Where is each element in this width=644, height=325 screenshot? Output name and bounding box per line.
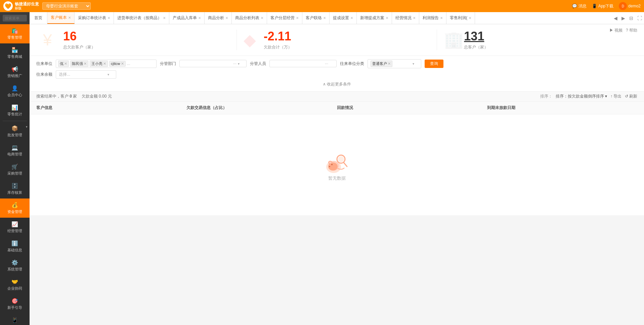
sidebar-item-basic-info[interactable]: ℹ️ 基础信息 — [0, 237, 30, 256]
sidebar-item-retail-mall[interactable]: 🏪 零售商城 — [0, 43, 30, 63]
unit-tag-2-remove[interactable]: ✕ — [103, 62, 106, 66]
tab-menu-btn[interactable]: ⊟ — [627, 15, 635, 21]
sidebar-item-retail-stats[interactable]: 📊 零售统计 — [0, 101, 30, 120]
tab-close-product-analysis-list[interactable]: ✕ — [261, 16, 263, 20]
balance-filter-label: 往来余额 — [36, 72, 52, 77]
svg-point-5 — [331, 164, 333, 165]
tab-nav-prev[interactable]: ◀ — [612, 15, 619, 21]
tab-customer-contact[interactable]: 客户联络 ✕ — [302, 12, 330, 24]
sidebar-item-operations[interactable]: 📈 经营管理 — [0, 218, 30, 237]
sidebar-item-retail-mgmt[interactable]: 🛍️ 零售管理 — [0, 24, 30, 43]
unit-category-select[interactable]: 普通客户 ✕ ▾ — [368, 59, 421, 68]
tab-close-retail-profit[interactable]: ✕ — [469, 16, 471, 20]
tab-retail-profit[interactable]: 零售利润( ✕ — [446, 12, 475, 24]
sidebar-item-enterprise[interactable]: 🤝 企业协同 — [0, 275, 30, 294]
sidebar-divider — [3, 121, 27, 121]
sort-select[interactable]: 排序：按欠款金额倒序排序 ▾ — [556, 94, 607, 99]
yuan-bg-icon: ¥ — [43, 31, 52, 49]
tab-close-product-analysis[interactable]: ✕ — [225, 16, 228, 20]
dept-filter-select[interactable]: ··· ▾ — [179, 60, 247, 67]
unit-tag-0: 佤 ✕ — [58, 61, 69, 67]
tab-close-product-entry[interactable]: ✕ — [198, 16, 201, 20]
result-bar: 搜索结果中，客户 0 家 欠款金额 0.00 元 排序： 排序：按欠款金额倒序 — [30, 92, 644, 102]
tab-bar: 首页 客户账本 ✕ 采购订单统计表 ✕ 进货单统计表（按商品） ✕ — [30, 12, 644, 24]
tab-purchase-order[interactable]: 采购订单统计表 ✕ — [75, 12, 114, 24]
sidebar-item-system[interactable]: ⚙️ 系统管理 — [0, 256, 30, 275]
avatar: D — [619, 2, 627, 10]
sidebar-item-app-center[interactable]: 📱 应用中心 — [0, 314, 30, 325]
tab-close-purchase-stats[interactable]: ✕ — [163, 16, 166, 20]
unit-category-tag: 普通客户 ✕ — [371, 61, 392, 67]
empty-text: 暂无数据 — [328, 175, 346, 181]
sidebar-search-container — [0, 12, 30, 24]
enterprise-icon: 🤝 — [11, 279, 18, 285]
tab-operation-status[interactable]: 经营情况 ✕ — [392, 12, 419, 24]
sidebar-item-wholesale-mgmt[interactable]: 📦 批发管理 ▾ — [0, 122, 30, 141]
building-bg-icon: 🏢 — [444, 30, 464, 49]
account-selector[interactable]: 母婴行业演示账套 — [42, 2, 91, 10]
sort-chevron-icon: ▾ — [605, 94, 607, 99]
filter-row-2: 往来余额 选择... ▾ — [36, 70, 637, 79]
tab-promotion-settings[interactable]: 提成设置 ✕ — [330, 12, 357, 24]
stat-credit-customers: ¥ 16 总欠款客户（家） — [36, 30, 237, 50]
tab-new-promotion[interactable]: 新增提成方案 ✕ — [357, 12, 392, 24]
sidebar-item-label: 零售商城 — [7, 54, 22, 59]
sidebar-item-inventory[interactable]: 🗄️ 库存核算 — [0, 179, 30, 198]
empty-state: 暂无数据 — [320, 148, 354, 181]
message-btn[interactable]: 💬 消息 — [572, 3, 587, 9]
collapse-btn[interactable]: ∧ 收起更多条件 — [36, 81, 637, 88]
unit-filter-more[interactable]: ... — [127, 61, 130, 66]
svg-point-6 — [329, 166, 330, 167]
tab-close-purchase-order[interactable]: ✕ — [108, 16, 110, 20]
unit-tag-1-remove[interactable]: ✕ — [84, 62, 87, 66]
col-overdue-date: 到期未放款日期 — [487, 105, 637, 111]
tab-close-promotion-settings[interactable]: ✕ — [350, 16, 353, 20]
tab-purchase-stats[interactable]: 进货单统计表（按商品） ✕ — [114, 12, 169, 24]
query-button[interactable]: 查询 — [425, 60, 443, 68]
export-icon: ↑ — [610, 94, 612, 99]
unit-tag-0-remove[interactable]: ✕ — [64, 62, 67, 66]
unit-filter-tags[interactable]: 佤 ✕ 陈民强 ✕ 王小亮 ✕ — [56, 60, 157, 68]
newbie-icon: 🎯 — [11, 298, 18, 304]
tab-close-profit-report[interactable]: ✕ — [440, 16, 443, 20]
sidebar: 🛍️ 零售管理 🏪 零售商城 📢 营销推广 👤 会员中心 📊 零售 — [0, 12, 30, 325]
credit-customers-label: 总欠款客户（家） — [63, 44, 95, 50]
tab-close-new-promotion[interactable]: ✕ — [386, 16, 388, 20]
tab-fullscreen-btn[interactable]: ⛶ — [635, 15, 644, 21]
tab-close-customer-ledger[interactable]: ✕ — [68, 16, 71, 20]
tab-home[interactable]: 首页 — [30, 12, 47, 24]
tab-close-customer-contact[interactable]: ✕ — [323, 16, 326, 20]
sidebar-item-ecommerce[interactable]: 💻 电商管理 — [0, 141, 30, 160]
tab-customer-ledger[interactable]: 客户账本 ✕ — [47, 12, 75, 24]
tab-profit-report[interactable]: 利润报告 ✕ — [419, 12, 446, 24]
diamond-bg-icon: ◆ — [244, 30, 256, 49]
app-download-btn[interactable]: 📱 App下载 — [592, 3, 613, 9]
unit-category-tag-remove[interactable]: ✕ — [388, 62, 391, 66]
tab-product-analysis-list[interactable]: 商品分析列表 ✕ — [232, 12, 267, 24]
unit-category-label: 往来单位分类 — [340, 61, 364, 67]
person-more-icon: ··· — [325, 61, 328, 66]
user-avatar-btn[interactable]: D demo2 — [619, 2, 641, 10]
tab-close-operation-status[interactable]: ✕ — [413, 16, 416, 20]
person-filter-select[interactable]: ··· — [269, 60, 337, 67]
sidebar-item-member-center[interactable]: 👤 会员中心 — [0, 82, 30, 101]
tab-nav-next[interactable]: ▶ — [619, 15, 627, 21]
content-area: 首页 客户账本 ✕ 采购订单统计表 ✕ 进货单统计表（按商品） ✕ — [30, 12, 644, 325]
sidebar-search-input[interactable] — [3, 15, 27, 22]
sidebar-item-purchase[interactable]: 🛒 采购管理 — [0, 160, 30, 179]
member-icon: 👤 — [11, 85, 18, 92]
refresh-btn[interactable]: ↺ 刷新 — [625, 94, 637, 99]
balance-filter-select[interactable]: 选择... ▾ — [56, 70, 116, 79]
sidebar-item-newbie[interactable]: 🎯 新手引导 — [0, 294, 30, 314]
sidebar-item-marketing[interactable]: 📢 营销推广 — [0, 63, 30, 82]
tab-close-customer-segment[interactable]: ✕ — [296, 16, 299, 20]
unit-tag-3-remove[interactable]: ✕ — [121, 62, 124, 66]
export-btn[interactable]: ↑ 导出 — [610, 94, 621, 99]
tab-product-analysis[interactable]: 商品分析 ✕ — [205, 12, 232, 24]
logo: 🧡 畅捷通好生意 标版 — [3, 1, 39, 11]
sidebar-item-finance[interactable]: 💰 资金管理 — [0, 198, 30, 218]
tab-customer-segment[interactable]: 客户分层经营 ✕ — [267, 12, 302, 24]
unit-category-chevron-icon: ▾ — [413, 62, 414, 66]
credit-customers-value: 16 — [63, 30, 95, 43]
tab-product-entry[interactable]: 产成品入库单 ✕ — [169, 12, 205, 24]
